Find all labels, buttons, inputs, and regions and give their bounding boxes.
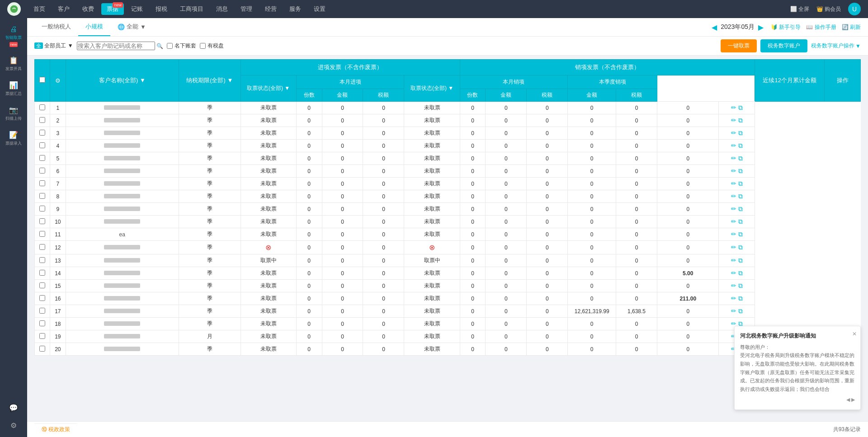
edit-icon[interactable]: ✏ (731, 269, 736, 277)
sidebar-item-chat[interactable]: 💬 (1, 400, 26, 416)
copy-icon[interactable]: ⧉ (738, 193, 743, 200)
sidebar-item-scan-upload[interactable]: 📷 扫描上传 (1, 102, 26, 125)
copy-icon[interactable]: ⧉ (738, 230, 743, 238)
edit-icon[interactable]: ✏ (731, 104, 736, 112)
edit-icon[interactable]: ✏ (731, 282, 736, 290)
nav-bookkeeping[interactable]: 记账 (126, 3, 148, 15)
nav-service[interactable]: 服务 (284, 3, 307, 15)
nav-message[interactable]: 消息 (211, 3, 233, 15)
row-checkbox[interactable] (39, 180, 45, 186)
fullscreen-link[interactable]: ⬜ 全屏 (790, 5, 809, 13)
nav-business[interactable]: 工商项目 (175, 3, 209, 15)
sidebar-item-smart-ticket[interactable]: 🖨 智能取票 new (1, 22, 26, 51)
row-checkbox[interactable] (39, 295, 45, 301)
edit-icon[interactable]: ✏ (731, 295, 736, 302)
user-avatar[interactable]: U (848, 3, 861, 15)
search-box[interactable]: 🔍 (77, 42, 163, 50)
edit-icon[interactable]: ✏ (731, 167, 736, 175)
edit-icon[interactable]: ✏ (731, 307, 736, 315)
row-checkbox[interactable] (39, 333, 45, 339)
copy-icon[interactable]: ⧉ (738, 180, 743, 188)
copy-icon[interactable]: ⧉ (738, 295, 743, 302)
tax-digital-account-op[interactable]: 税务数字账户操作 ▼ (811, 42, 861, 50)
nav-invoice[interactable]: 票据 new (101, 3, 124, 15)
employee-select[interactable]: 全 全部员工 ▼ (34, 42, 73, 50)
header-out-ticket-status[interactable]: 取票状态(全部) ▼ (404, 75, 460, 102)
tab-general-taxpayer[interactable]: 一般纳税人 (34, 18, 78, 36)
guide-link[interactable]: 🔰 新手引导 (771, 23, 801, 31)
row-checkbox[interactable] (39, 308, 45, 314)
has-tax-checkbox[interactable] (200, 43, 206, 49)
edit-icon[interactable]: ✏ (731, 142, 736, 150)
nav-client[interactable]: 客户 (52, 3, 75, 15)
row-checkbox[interactable] (39, 142, 45, 148)
copy-icon[interactable]: ⧉ (738, 257, 743, 264)
row-checkbox[interactable] (39, 193, 45, 199)
member-link[interactable]: 👑 购会员 (816, 5, 841, 13)
copy-icon[interactable]: ⧉ (738, 269, 743, 277)
header-client[interactable]: 客户名称(全部) ▼ (66, 60, 179, 102)
row-checkbox[interactable] (39, 270, 45, 276)
copy-icon[interactable]: ⧉ (738, 167, 743, 175)
edit-icon[interactable]: ✏ (731, 193, 736, 200)
copy-icon[interactable]: ⧉ (738, 205, 743, 213)
sidebar-item-ticket-entry[interactable]: 📝 票据录入 (1, 127, 26, 150)
edit-icon[interactable]: ✏ (731, 218, 736, 226)
search-input[interactable] (77, 42, 155, 50)
edit-icon[interactable]: ✏ (731, 180, 736, 188)
manual-link[interactable]: 📖 操作手册 (806, 23, 836, 31)
edit-icon[interactable]: ✏ (731, 205, 736, 213)
copy-icon[interactable]: ⧉ (738, 282, 743, 290)
row-checkbox[interactable] (39, 104, 45, 110)
nav-operation[interactable]: 经营 (259, 3, 282, 15)
nav-home[interactable]: 首页 (28, 3, 51, 15)
tax-policy-link[interactable]: ⑩ 税政政策 (34, 423, 77, 435)
row-checkbox[interactable] (39, 244, 45, 250)
copy-icon[interactable]: ⧉ (738, 155, 743, 162)
row-checkbox[interactable] (39, 117, 45, 123)
edit-icon[interactable]: ✏ (731, 230, 736, 238)
copy-icon[interactable]: ⧉ (738, 104, 743, 112)
row-checkbox[interactable] (39, 168, 45, 174)
sidebar-item-settings[interactable]: ⚙ (1, 418, 26, 433)
tab-all[interactable]: 🌐 全能 ▼ (110, 18, 153, 36)
my-ledger-checkbox[interactable] (167, 43, 173, 49)
row-checkbox[interactable] (39, 346, 45, 352)
copy-icon[interactable]: ⧉ (738, 117, 743, 124)
copy-icon[interactable]: ⧉ (738, 244, 743, 251)
row-checkbox[interactable] (39, 282, 45, 288)
nav-fee[interactable]: 收费 (77, 3, 99, 15)
edit-icon[interactable]: ✏ (731, 129, 736, 137)
sidebar-item-invoice-summary[interactable]: 📊 票据汇总 (1, 77, 26, 100)
row-checkbox[interactable] (39, 155, 45, 161)
has-tax-checkbox-label[interactable]: 有税盘 (200, 42, 224, 50)
header-in-ticket-status[interactable]: 取票状态(全部) ▼ (241, 75, 296, 102)
tax-digital-account-button[interactable]: 税务数字账户 (760, 39, 807, 52)
header-period[interactable]: 纳税期限(全部) ▼ (179, 60, 241, 102)
tab-small-scale[interactable]: 小规模 (78, 18, 110, 36)
refresh-link[interactable]: 🔄 刷新 (842, 23, 861, 31)
row-checkbox[interactable] (39, 206, 45, 211)
my-ledger-checkbox-label[interactable]: 名下账套 (167, 42, 196, 50)
copy-icon[interactable]: ⧉ (738, 307, 743, 315)
edit-icon[interactable]: ✏ (731, 117, 736, 124)
row-checkbox[interactable] (39, 320, 45, 326)
select-all-checkbox[interactable] (39, 77, 45, 83)
edit-icon[interactable]: ✏ (731, 257, 736, 264)
row-checkbox[interactable] (39, 218, 45, 224)
row-checkbox[interactable] (39, 231, 45, 237)
nav-management[interactable]: 管理 (235, 3, 258, 15)
one-key-ticket-button[interactable]: 一键取票 (721, 39, 757, 52)
sidebar-item-invoice-open[interactable]: 📋 发票开具 (1, 52, 26, 75)
notification-close-button[interactable]: ✕ (852, 330, 857, 338)
copy-icon[interactable]: ⧉ (738, 142, 743, 150)
nav-settings[interactable]: 设置 (308, 3, 331, 15)
period-prev-button[interactable]: ◀ (712, 23, 717, 32)
row-checkbox[interactable] (39, 257, 45, 263)
gear-icon[interactable]: ⚙ (55, 77, 61, 84)
copy-icon[interactable]: ⧉ (738, 129, 743, 137)
copy-icon[interactable]: ⧉ (738, 218, 743, 226)
period-next-button[interactable]: ▶ (758, 23, 764, 32)
edit-icon[interactable]: ✏ (731, 244, 736, 251)
nav-tax[interactable]: 报税 (150, 3, 173, 15)
